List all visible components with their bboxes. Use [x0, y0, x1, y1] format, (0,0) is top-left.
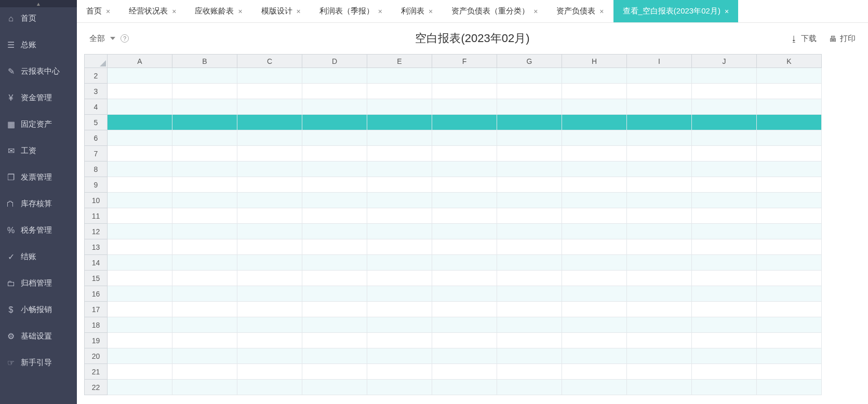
cell-I10[interactable] [627, 193, 692, 208]
cell-H2[interactable] [562, 68, 627, 84]
cell-D3[interactable] [302, 84, 367, 99]
cell-A16[interactable] [108, 286, 172, 302]
column-header-C[interactable]: C [237, 55, 302, 68]
cell-G19[interactable] [497, 333, 562, 348]
cell-E2[interactable] [367, 68, 432, 84]
cell-F13[interactable] [432, 239, 497, 255]
cell-J14[interactable] [692, 255, 757, 271]
cell-H12[interactable] [562, 224, 627, 239]
cell-C9[interactable] [237, 177, 302, 193]
close-icon[interactable]: × [106, 7, 110, 16]
cell-A13[interactable] [108, 239, 172, 255]
cell-G17[interactable] [497, 302, 562, 317]
cell-D18[interactable] [302, 317, 367, 333]
cell-E20[interactable] [367, 348, 432, 364]
tab-3[interactable]: 模版设计× [252, 0, 310, 22]
cell-K5[interactable] [757, 115, 822, 130]
cell-H4[interactable] [562, 99, 627, 115]
cell-E16[interactable] [367, 286, 432, 302]
cell-I18[interactable] [627, 317, 692, 333]
cell-C7[interactable] [237, 146, 302, 161]
row-header-11[interactable]: 11 [85, 208, 108, 224]
cell-C2[interactable] [237, 68, 302, 84]
cell-B15[interactable] [172, 271, 237, 286]
cell-I16[interactable] [627, 286, 692, 302]
cell-I4[interactable] [627, 99, 692, 115]
cell-C12[interactable] [237, 224, 302, 239]
row-header-5[interactable]: 5 [85, 115, 108, 130]
cell-J8[interactable] [692, 161, 757, 177]
close-icon[interactable]: × [429, 7, 433, 16]
cell-B22[interactable] [172, 380, 237, 395]
cell-E15[interactable] [367, 271, 432, 286]
cell-D15[interactable] [302, 271, 367, 286]
cell-A7[interactable] [108, 146, 172, 161]
row-header-15[interactable]: 15 [85, 271, 108, 286]
column-header-G[interactable]: G [497, 55, 562, 68]
cell-A21[interactable] [108, 364, 172, 380]
cell-A15[interactable] [108, 271, 172, 286]
cell-G20[interactable] [497, 348, 562, 364]
cell-K14[interactable] [757, 255, 822, 271]
cell-D9[interactable] [302, 177, 367, 193]
sidebar-item-13[interactable]: ☞新手引导 [0, 349, 77, 376]
row-header-14[interactable]: 14 [85, 255, 108, 271]
cell-F12[interactable] [432, 224, 497, 239]
cell-H9[interactable] [562, 177, 627, 193]
cell-D4[interactable] [302, 99, 367, 115]
cell-B21[interactable] [172, 364, 237, 380]
cell-I5[interactable] [627, 115, 692, 130]
cell-C17[interactable] [237, 302, 302, 317]
cell-C16[interactable] [237, 286, 302, 302]
cell-H3[interactable] [562, 84, 627, 99]
column-header-K[interactable]: K [757, 55, 822, 68]
cell-G3[interactable] [497, 84, 562, 99]
close-icon[interactable]: × [599, 7, 604, 16]
cell-K16[interactable] [757, 286, 822, 302]
cell-E7[interactable] [367, 146, 432, 161]
cell-K2[interactable] [757, 68, 822, 84]
cell-K11[interactable] [757, 208, 822, 224]
sidebar-item-8[interactable]: %税务管理 [0, 217, 77, 244]
cell-J21[interactable] [692, 364, 757, 380]
sidebar-item-7[interactable]: ⛫库存核算 [0, 191, 77, 217]
cell-C19[interactable] [237, 333, 302, 348]
cell-I19[interactable] [627, 333, 692, 348]
cell-K13[interactable] [757, 239, 822, 255]
cell-E6[interactable] [367, 130, 432, 146]
tab-0[interactable]: 首页× [77, 0, 119, 22]
sidebar-item-3[interactable]: ¥资金管理 [0, 85, 77, 111]
close-icon[interactable]: × [297, 7, 301, 16]
cell-E5[interactable] [367, 115, 432, 130]
tab-8[interactable]: 查看_空白报表(2023年02月)× [613, 0, 739, 22]
cell-I13[interactable] [627, 239, 692, 255]
cell-D21[interactable] [302, 364, 367, 380]
row-header-12[interactable]: 12 [85, 224, 108, 239]
cell-D13[interactable] [302, 239, 367, 255]
sidebar-item-6[interactable]: ❐发票管理 [0, 164, 77, 191]
cell-D10[interactable] [302, 193, 367, 208]
download-button[interactable]: ⭳ 下载 [790, 34, 817, 44]
cell-A14[interactable] [108, 255, 172, 271]
cell-B6[interactable] [172, 130, 237, 146]
cell-F21[interactable] [432, 364, 497, 380]
cell-J11[interactable] [692, 208, 757, 224]
cell-I2[interactable] [627, 68, 692, 84]
row-header-22[interactable]: 22 [85, 380, 108, 395]
cell-D11[interactable] [302, 208, 367, 224]
cell-I3[interactable] [627, 84, 692, 99]
cell-A18[interactable] [108, 317, 172, 333]
cell-J20[interactable] [692, 348, 757, 364]
cell-H7[interactable] [562, 146, 627, 161]
cell-E13[interactable] [367, 239, 432, 255]
cell-F22[interactable] [432, 380, 497, 395]
cell-F5[interactable] [432, 115, 497, 130]
sidebar-item-11[interactable]: $小畅报销 [0, 297, 77, 323]
cell-A9[interactable] [108, 177, 172, 193]
cell-C6[interactable] [237, 130, 302, 146]
cell-D5[interactable] [302, 115, 367, 130]
close-icon[interactable]: × [172, 7, 176, 16]
cell-E4[interactable] [367, 99, 432, 115]
cell-K19[interactable] [757, 333, 822, 348]
cell-A22[interactable] [108, 380, 172, 395]
